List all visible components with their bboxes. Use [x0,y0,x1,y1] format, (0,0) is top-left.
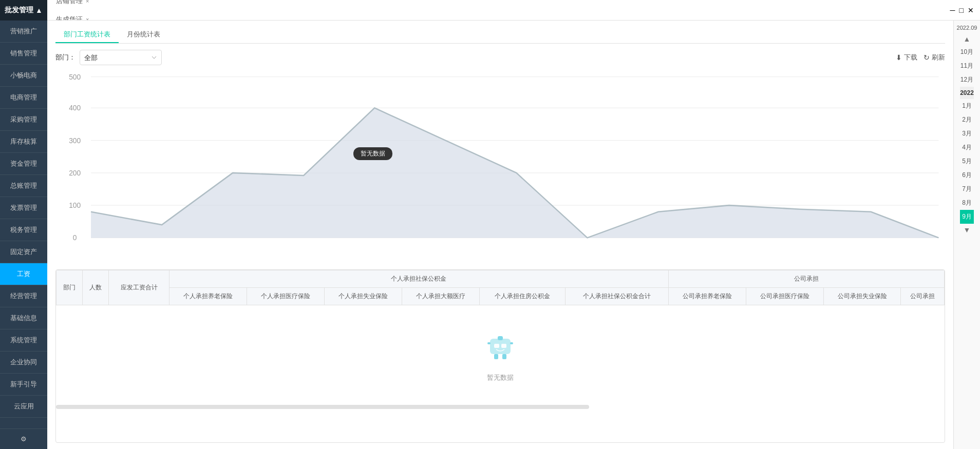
col-personal-major-medical: 个人承担大额医疗 [402,287,479,305]
empty-text: 暂无数据 [487,373,514,382]
tab-label-vouchers: 生成凭证 [56,15,83,21]
cal-6月[interactable]: 6月 [960,168,974,182]
stats-table: 部门 人数 应发工资合计 个人承担社保公积金 公司承担 个人承担养老保险 个人承… [56,270,945,403]
empty-row: 暂无数据 [56,305,945,403]
sidebar-item-tax[interactable]: 税务管理 [0,219,47,241]
cal-2022[interactable]: 2022 [960,87,974,99]
cal-3月[interactable]: 3月 [960,127,974,141]
table-container[interactable]: 部门 人数 应发工资合计 个人承担社保公积金 公司承担 个人承担养老保险 个人承… [55,269,945,443]
table-header-row2: 个人承担养老保险 个人承担医疗保险 个人承担失业保险 个人承担大额医疗 个人承担… [56,287,945,305]
table-scrollbar[interactable] [56,405,589,409]
col-personal-total: 个人承担社保公积金合计 [566,287,669,305]
cal-11月[interactable]: 11月 [960,59,974,73]
tab-vouchers[interactable]: 生成凭证× [49,10,116,21]
sidebar-item-purchase[interactable]: 采购管理 [0,109,47,131]
svg-rect-15 [501,344,506,348]
cal-months: 10月11月12月20221月2月3月4月5月6月7月8月9月 [960,45,974,224]
svg-text:300: 300 [69,136,81,145]
sub-tabs: 部门工资统计表月份统计表 [55,27,945,44]
sidebar-title: 批发管理 [5,6,33,15]
sidebar-settings[interactable]: ⚙ [0,428,47,449]
sidebar-item-system[interactable]: 系统管理 [0,329,47,352]
svg-text:100: 100 [69,201,81,209]
svg-text:400: 400 [69,104,81,112]
sidebar-item-ecommerce-small[interactable]: 小畅电商 [0,65,47,87]
cal-8月[interactable]: 8月 [960,196,974,210]
window-close-icon[interactable]: ✕ [968,6,974,14]
refresh-action[interactable]: ↻ 刷新 [924,53,945,62]
sidebar-item-finance[interactable]: 资金管理 [0,153,47,175]
settings-icon: ⚙ [21,435,27,443]
sidebar-item-ecommerce[interactable]: 电商管理 [0,87,47,109]
toolbar-right: ⬇ 下载 ↻ 刷新 [896,53,945,62]
sidebar-item-basic[interactable]: 基础信息 [0,307,47,329]
sidebar-item-assets[interactable]: 固定资产 [0,241,47,263]
sidebar-header[interactable]: 批发管理 ▲ [0,0,47,21]
col-company-pension: 公司承担养老保险 [668,287,746,305]
sidebar-item-salary[interactable]: 工资 [0,263,47,285]
window-minimize-icon[interactable]: ─ [950,6,955,14]
cal-12月[interactable]: 12月 [960,73,974,87]
col-personal-unemployment: 个人承担失业保险 [324,287,402,305]
sidebar-item-inventory[interactable]: 库存核算 [0,131,47,153]
tab-store-manage[interactable]: 店铺管理× [49,0,116,10]
sidebar-item-invoice[interactable]: 发票管理 [0,197,47,219]
sidebar-item-operations[interactable]: 经营管理 [0,285,47,307]
sidebar-item-sales[interactable]: 销售管理 [0,43,47,65]
svg-rect-13 [490,339,511,354]
dept-select[interactable]: 全部 [80,50,162,65]
toolbar-left: 部门： 全部 [55,50,162,65]
dept-label: 部门： [55,53,76,62]
sidebar-item-enterprise[interactable]: 企业协同 [0,352,47,374]
svg-rect-19 [510,342,513,344]
cal-nav-up[interactable]: ▲ [954,33,980,45]
svg-rect-14 [494,344,499,348]
sidebar-item-guide[interactable]: 新手引导 [0,374,47,396]
tabbar: 首页门店商品目录×销货单×店铺管理×生成凭证×应收应付调整单×工资表×工资统计报… [47,0,980,21]
tabbar-close: ─ □ ✕ [950,6,978,14]
tab-close-store-manage[interactable]: × [86,0,89,4]
col-total-salary: 应发工资合计 [109,270,169,305]
empty-illustration [480,326,521,367]
page-panel: 部门工资统计表月份统计表 部门： 全部 ⬇ 下载 [47,21,953,449]
sidebar-item-cloud[interactable]: 云应用 [0,396,47,418]
svg-rect-20 [494,354,498,359]
refresh-icon: ↻ [924,53,930,62]
col-personal-medical: 个人承担医疗保险 [247,287,324,305]
svg-text:200: 200 [69,169,81,177]
refresh-label: 刷新 [932,53,945,62]
svg-rect-18 [487,342,491,344]
svg-rect-21 [502,354,506,359]
sidebar-arrow-icon: ▲ [35,6,43,14]
tab-items: 首页门店商品目录×销货单×店铺管理×生成凭证×应收应付调整单×工资表×工资统计报… [49,0,116,21]
sidebar: 批发管理 ▲ 营销推广销售管理小畅电商电商管理采购管理库存核算资金管理总账管理发… [0,0,47,449]
col-personal-insurance: 个人承担社保公积金 [169,270,669,287]
sidebar-items: 营销推广销售管理小畅电商电商管理采购管理库存核算资金管理总账管理发票管理税务管理… [0,21,47,418]
col-company-unemployment: 公司承担失业保险 [823,287,901,305]
cal-10月[interactable]: 10月 [960,45,974,59]
col-company-other: 公司承担 [901,287,945,305]
window-restore-icon[interactable]: □ [959,6,964,14]
sub-tab-dept-stats[interactable]: 部门工资统计表 [55,27,119,43]
cal-5月[interactable]: 5月 [960,154,974,168]
sub-tab-month-stats[interactable]: 月份统计表 [119,27,168,43]
table-header-row1: 部门 人数 应发工资合计 个人承担社保公积金 公司承担 [56,270,945,287]
cal-year-header[interactable]: 2022.09 [954,23,980,33]
cal-4月[interactable]: 4月 [960,141,974,154]
sidebar-item-marketing[interactable]: 营销推广 [0,21,47,43]
cal-nav-down[interactable]: ▼ [954,224,980,236]
sidebar-item-ledger[interactable]: 总账管理 [0,175,47,197]
col-personal-housing: 个人承担住房公积金 [479,287,566,305]
tab-close-vouchers[interactable]: × [86,16,89,21]
col-company-insurance: 公司承担 [668,270,944,287]
svg-text:500: 500 [69,73,81,81]
cal-1月[interactable]: 1月 [960,99,974,113]
cal-2月[interactable]: 2月 [960,113,974,127]
col-company-medical: 公司承担医疗保险 [746,287,823,305]
cal-7月[interactable]: 7月 [960,182,974,196]
cal-9月[interactable]: 9月 [960,210,974,224]
toolbar: 部门： 全部 ⬇ 下载 ↻ 刷新 [55,50,945,65]
main-area: 首页门店商品目录×销货单×店铺管理×生成凭证×应收应付调整单×工资表×工资统计报… [47,0,980,449]
right-calendar-sidebar: 2022.09 ▲ 10月11月12月20221月2月3月4月5月6月7月8月9… [953,21,980,449]
download-action[interactable]: ⬇ 下载 [896,53,917,62]
